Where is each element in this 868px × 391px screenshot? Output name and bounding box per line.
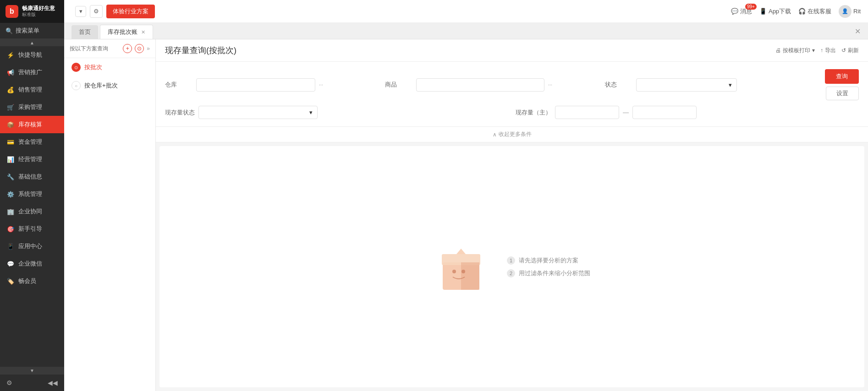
goods-label: 商品 [385, 81, 412, 89]
stock-qty-from-input[interactable] [555, 106, 619, 119]
search-icon: 🔍 [5, 27, 13, 34]
empty-state: 1 请先选择要分析的方案 2 用过滤条件来缩小分析范围 [159, 146, 864, 387]
stock-qty-dash: — [623, 109, 629, 116]
export-button[interactable]: ↑ 导出 [820, 47, 836, 54]
scheme-panel-title: 按以下方案查询 [70, 45, 108, 53]
user-profile-button[interactable]: 👤 Rit [839, 5, 861, 18]
topbar-gear-button[interactable]: ⚙ [90, 5, 103, 18]
warehouse-input[interactable] [196, 78, 315, 92]
collapse-sidebar-icon[interactable]: ◀◀ [48, 379, 58, 386]
tab-batch-close-icon[interactable]: ✕ [141, 29, 145, 35]
export-icon: ↑ [820, 47, 823, 54]
refresh-button[interactable]: ↺ 刷新 [841, 47, 859, 54]
print-label: 按模板打印 [783, 47, 810, 54]
sidebar-item-enterprise[interactable]: 🏢 企业协同 [0, 203, 64, 220]
warehouse-label: 仓库 [165, 81, 192, 89]
online-service-button[interactable]: 🎧 在线客服 [798, 7, 831, 16]
svg-point-4 [461, 270, 465, 273]
sidebar-search[interactable]: 🔍 搜索菜单 [0, 23, 64, 39]
topbar: ▾ ⚙ 体验行业方案 💬 消息 99+ 📱 App下载 🎧 在线客服 [64, 0, 868, 23]
stock-status-dropdown-icon: ▾ [309, 109, 313, 116]
basics-icon: 🔧 [6, 173, 15, 181]
sidebar-item-member[interactable]: 🏷️ 畅会员 [0, 272, 64, 290]
apps-icon: 📱 [6, 242, 15, 250]
topbar-left: ▾ ⚙ 体验行业方案 [71, 5, 725, 18]
app-download-button[interactable]: 📱 App下载 [759, 7, 791, 16]
tab-home[interactable]: 首页 [71, 25, 98, 39]
sidebar-item-shortcuts[interactable]: ⚡ 快捷导航 [0, 46, 64, 64]
goods-more-button[interactable]: ··· [548, 82, 552, 87]
empty-step-1-label: 请先选择要分析的方案 [519, 256, 578, 265]
scheme-item-by-batch[interactable]: ⊙ 按批次 [64, 58, 155, 76]
page-content: 按以下方案查询 + ⊙ » ⊙ 按批次 ○ 按仓库+批次 现存量查询(按批次) [64, 39, 868, 391]
filter-row-1: 仓库 ··· 商品 ··· 状态 ▾ [165, 69, 859, 100]
status-dropdown-icon: ▾ [729, 81, 732, 88]
sidebar-item-sales[interactable]: 💰 销售管理 [0, 81, 64, 98]
sidebar-item-label: 营销推广 [18, 68, 42, 76]
sidebar-nav: ⚡ 快捷导航 📢 营销推广 💰 销售管理 🛒 采购管理 📦 库存核算 💳 资金管… [0, 46, 64, 367]
service-icon: 🎧 [798, 8, 806, 15]
message-icon: 💬 [731, 8, 738, 15]
collapse-row[interactable]: ∧ 收起更多条件 [156, 127, 868, 142]
sidebar-item-newbie[interactable]: 🎯 新手引导 [0, 220, 64, 238]
query-header: 现存量查询(按批次) 🖨 按模板打印 ▾ ↑ 导出 ↺ 刷新 [156, 39, 868, 62]
empty-illustration [434, 239, 489, 294]
scheme-item-by-warehouse-batch[interactable]: ○ 按仓库+批次 [64, 76, 155, 95]
operations-icon: 📊 [6, 155, 15, 163]
enterprise-icon: 🏢 [6, 207, 15, 216]
stock-qty-label: 现存量（主） [516, 109, 551, 117]
sidebar-item-finance[interactable]: 💳 资金管理 [0, 133, 64, 151]
marketing-icon: 📢 [6, 68, 15, 76]
empty-step-2: 2 用过滤条件来缩小分析范围 [507, 269, 590, 277]
print-button[interactable]: 🖨 按模板打印 ▾ [775, 47, 815, 54]
shortcuts-icon: ⚡ [6, 51, 15, 59]
scheme-settings-button[interactable]: ⊙ [135, 44, 144, 53]
avatar: 👤 [839, 5, 852, 18]
breadcrumb-dropdown-button[interactable]: ▾ [75, 6, 86, 17]
sidebar-item-system[interactable]: ⚙️ 系统管理 [0, 185, 64, 203]
sidebar-item-apps[interactable]: 📱 应用中心 [0, 238, 64, 255]
stock-status-label: 现存量状态 [165, 109, 195, 117]
stock-status-select[interactable]: ▾ [198, 106, 318, 119]
filter-stock-qty: 现存量（主） — [516, 106, 859, 119]
settings-button[interactable]: 设置 [826, 87, 859, 100]
status-select[interactable]: ▾ [636, 78, 737, 92]
sidebar-item-wechat[interactable]: 💬 企业微信 [0, 255, 64, 272]
chevron-down-icon: ▾ [79, 8, 82, 15]
sidebar-scroll-up[interactable]: ▲ [0, 39, 64, 46]
step-num-2: 2 [507, 269, 515, 277]
print-icon: 🖨 [775, 47, 781, 54]
scheme-collapse-button[interactable]: » [147, 45, 150, 52]
sidebar-item-operations[interactable]: 📊 经营管理 [0, 151, 64, 168]
sidebar-footer: ⚙ ◀◀ [0, 374, 64, 391]
sidebar-item-marketing[interactable]: 📢 营销推广 [0, 64, 64, 81]
query-button[interactable]: 查询 [825, 69, 859, 84]
sidebar-search-label: 搜索菜单 [16, 27, 39, 35]
empty-text: 1 请先选择要分析的方案 2 用过滤条件来缩小分析范围 [507, 256, 590, 277]
stock-qty-to-input[interactable] [632, 106, 697, 119]
scheme-panel-header: 按以下方案查询 + ⊙ » [64, 39, 155, 58]
sidebar-item-basics[interactable]: 🔧 基础信息 [0, 168, 64, 185]
tab-home-label: 首页 [79, 28, 91, 36]
goods-input[interactable] [416, 78, 544, 92]
system-icon: ⚙️ [6, 190, 15, 198]
scheme-item-icon-active: ⊙ [71, 63, 81, 72]
filter-goods: 商品 ··· [385, 78, 598, 92]
sidebar-item-label: 资金管理 [18, 138, 42, 146]
sidebar-item-inventory[interactable]: 📦 库存核算 [0, 116, 64, 133]
gear-icon: ⚙ [93, 8, 99, 15]
sales-icon: 💰 [6, 86, 15, 94]
sidebar: b 畅康通好生意 标准版 🔍 搜索菜单 ▲ ⚡ 快捷导航 📢 营销推广 💰 销售… [0, 0, 64, 391]
settings-footer-icon[interactable]: ⚙ [6, 379, 12, 386]
print-dropdown-icon: ▾ [812, 47, 815, 54]
experience-button[interactable]: 体验行业方案 [106, 5, 155, 18]
tab-batch-account[interactable]: 库存批次账 ✕ [100, 25, 153, 39]
messages-button[interactable]: 💬 消息 99+ [731, 7, 752, 16]
sidebar-item-label: 基础信息 [18, 173, 42, 181]
warehouse-more-button[interactable]: ··· [319, 82, 323, 87]
scheme-add-button[interactable]: + [123, 44, 132, 53]
sidebar-scroll-down[interactable]: ▼ [0, 367, 64, 374]
sidebar-item-label: 快捷导航 [18, 51, 42, 59]
sidebar-item-purchase[interactable]: 🛒 采购管理 [0, 98, 64, 116]
tabs-close-all-icon[interactable]: ✕ [855, 27, 861, 35]
